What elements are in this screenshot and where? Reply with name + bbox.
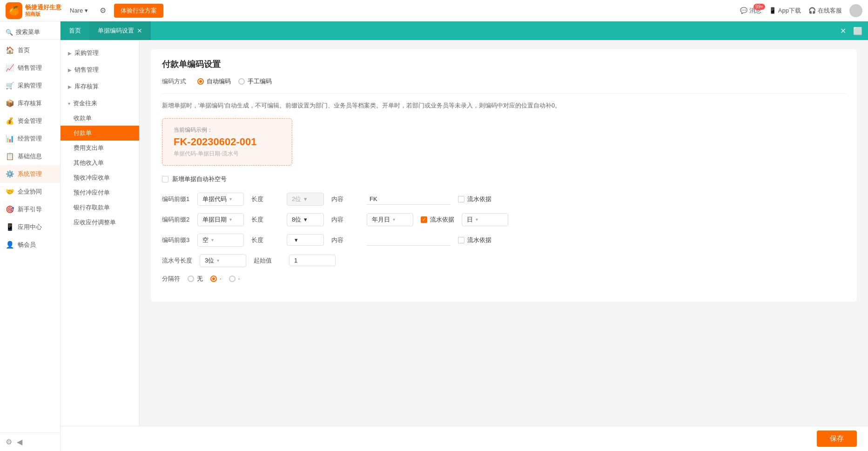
left-nav-item-prepay-payable[interactable]: 预付冲应付单	[61, 185, 139, 200]
prefix2-unit-arrow: ▾	[476, 217, 478, 222]
sidebar-bottom: ⚙ ◀	[0, 432, 60, 451]
prefix3-select[interactable]: 空 ▾	[197, 234, 244, 247]
prefix3-length-select[interactable]: ▾	[287, 234, 324, 246]
tab-minimize-button[interactable]: ✕	[836, 24, 849, 37]
tab-serial-settings[interactable]: 单据编码设置 ✕	[89, 21, 151, 40]
gear-button[interactable]: ⚙	[96, 4, 109, 17]
sidebar-item-system[interactable]: ⚙️ 系统管理	[0, 165, 60, 183]
auto-fill-label: 新增单据自动补空号	[172, 175, 227, 183]
sidebar-item-collab[interactable]: 🤝 企业协同	[0, 183, 60, 201]
prefix3-row: 编码前缀3 空 ▾ 长度 ▾ 内容	[162, 234, 846, 247]
collapse-icon[interactable]: ◀	[17, 438, 22, 446]
prefix1-select[interactable]: 单据代码 ▾	[197, 193, 244, 206]
operations-icon: 📊	[6, 135, 14, 143]
app-icon: 📱	[769, 7, 776, 14]
sidebar-item-home[interactable]: 🏠 首页	[0, 41, 60, 59]
prefix2-serial-check[interactable]: 流水依据	[421, 215, 454, 224]
left-nav-group-sales-title[interactable]: ▶ 销售管理	[61, 62, 139, 77]
logo-text-block: 畅捷通好生意 招商版	[25, 4, 61, 17]
left-nav-group-sales-label: 销售管理	[74, 66, 99, 74]
auto-code-radio[interactable]: 自动编码	[197, 77, 231, 86]
sidebar-item-inventory[interactable]: 📦 库存核算	[0, 94, 60, 112]
logo-sub: 招商版	[25, 11, 61, 17]
auto-fill-checkbox[interactable]	[162, 176, 168, 182]
sep-none-radio[interactable]: 无	[188, 275, 203, 283]
basic-icon: 📋	[6, 152, 14, 161]
app-center-icon: 📱	[6, 223, 14, 231]
purchase-icon: 🛒	[6, 81, 14, 90]
sidebar-item-system-label: 系统管理	[18, 170, 42, 178]
prefix3-serial-check[interactable]: 流水依据	[458, 236, 491, 244]
manual-code-radio[interactable]: 手工编码	[238, 77, 272, 86]
sep-dash-radio[interactable]: ·	[229, 275, 240, 282]
tab-serial-settings-label: 单据编码设置	[98, 27, 134, 35]
prefix1-serial-check[interactable]: 流水依据	[458, 195, 491, 203]
prefix2-content-select[interactable]: 年月日 ▾	[367, 213, 413, 226]
sidebar-item-app[interactable]: 📱 应用中心	[0, 218, 60, 236]
nav-dropdown-label: Nare	[70, 7, 83, 14]
prefix2-length-select[interactable]: 8位 ▾	[287, 213, 324, 226]
chevron-down-icon2: ▾	[68, 101, 70, 106]
prefix2-content-arrow: ▾	[393, 217, 395, 222]
left-nav-item-receipt[interactable]: 收款单	[61, 111, 139, 126]
start-value-input[interactable]	[289, 255, 336, 266]
auto-code-radio-circle	[197, 78, 204, 85]
left-nav: ▶ 采购管理 ▶ 销售管理 ▶ 库存核算	[61, 40, 140, 426]
nav-dropdown[interactable]: Nare ▾	[66, 7, 92, 14]
prefix2-content-label: 内容	[331, 215, 359, 224]
online-service-button[interactable]: 🎧 在线客服	[808, 7, 842, 15]
sales-icon: 📈	[6, 64, 14, 72]
tab-bar: 首页 单据编码设置 ✕ ✕ ⬜	[61, 21, 868, 40]
tab-maximize-button[interactable]: ⬜	[851, 24, 864, 37]
prefix2-serial-checkbox	[421, 216, 427, 223]
prefix3-content-input[interactable]	[367, 235, 451, 246]
message-button[interactable]: 💬 消息 99+	[740, 7, 761, 15]
left-nav-item-other-income[interactable]: 其他收入单	[61, 155, 139, 170]
sidebar-item-basic[interactable]: 📋 基础信息	[0, 148, 60, 165]
user-avatar[interactable]	[849, 4, 862, 17]
serial-length-select[interactable]: 3位 ▾	[200, 254, 246, 267]
left-nav-item-bank-deposit[interactable]: 银行存取款单	[61, 200, 139, 215]
left-nav-group-funds-title[interactable]: ▾ 资金往来	[61, 96, 139, 111]
code-preview-value: FK-20230602-001	[174, 136, 281, 148]
prefix2-select[interactable]: 单据日期 ▾	[197, 213, 244, 226]
prefix3-value: 空	[202, 236, 209, 244]
prefix2-serial-label: 流水依据	[430, 215, 454, 224]
prefix1-label: 编码前缀1	[162, 195, 190, 203]
sidebar-item-sales[interactable]: 📈 销售管理	[0, 59, 60, 77]
left-nav-item-adj[interactable]: 应收应付调整单	[61, 215, 139, 230]
prefix3-arrow-icon: ▾	[211, 237, 214, 242]
sidebar-item-member[interactable]: 👤 畅会员	[0, 236, 60, 254]
code-preview-label: 当前编码示例：	[174, 126, 281, 134]
prefix1-serial-label: 流水依据	[467, 195, 491, 203]
prefix1-value: 单据代码	[202, 195, 227, 203]
sidebar-item-guide[interactable]: 🎯 新手引导	[0, 201, 60, 218]
sidebar-item-sales-label: 销售管理	[18, 64, 42, 72]
save-button[interactable]: 保存	[817, 431, 857, 447]
prefix3-length-label: 长度	[251, 236, 279, 244]
left-nav-item-payment[interactable]: 付款单	[61, 126, 139, 141]
tab-home[interactable]: 首页	[61, 21, 89, 40]
sep-dot-radio[interactable]: ·	[210, 275, 222, 282]
sidebar-item-operations[interactable]: 📊 经营管理	[0, 130, 60, 148]
left-nav-group-inventory-title[interactable]: ▶ 库存核算	[61, 79, 139, 94]
chevron-right-icon2: ▶	[68, 67, 72, 73]
sidebar-item-finance[interactable]: 💰 资金管理	[0, 112, 60, 130]
tab-close-icon[interactable]: ✕	[137, 27, 142, 34]
left-nav-item-expense[interactable]: 费用支出单	[61, 141, 139, 155]
left-nav-item-adj-label: 应收应付调整单	[74, 219, 116, 226]
start-value-label: 起始值	[254, 256, 282, 265]
settings-icon[interactable]: ⚙	[6, 438, 12, 446]
trial-button[interactable]: 体验行业方案	[114, 4, 163, 18]
sidebar: 🔍 搜索菜单 🏠 首页 📈 销售管理 🛒 采购管理 📦 库存核算 💰 资金管理 …	[0, 21, 61, 451]
sidebar-item-purchase[interactable]: 🛒 采购管理	[0, 77, 60, 94]
tab-home-label: 首页	[69, 27, 81, 35]
sidebar-item-app-label: 应用中心	[18, 223, 42, 231]
left-nav-group-purchase-title[interactable]: ▶ 采购管理	[61, 46, 139, 61]
app-download-button[interactable]: 📱 App下载	[769, 7, 801, 15]
left-nav-item-prepay-receivable[interactable]: 预收冲应收单	[61, 170, 139, 185]
prefix1-content-input[interactable]	[367, 194, 451, 205]
sidebar-search[interactable]: 🔍 搜索菜单	[0, 25, 60, 40]
prefix2-serial-unit-select[interactable]: 日 ▾	[462, 213, 508, 226]
sidebar-item-finance-label: 资金管理	[18, 117, 42, 125]
